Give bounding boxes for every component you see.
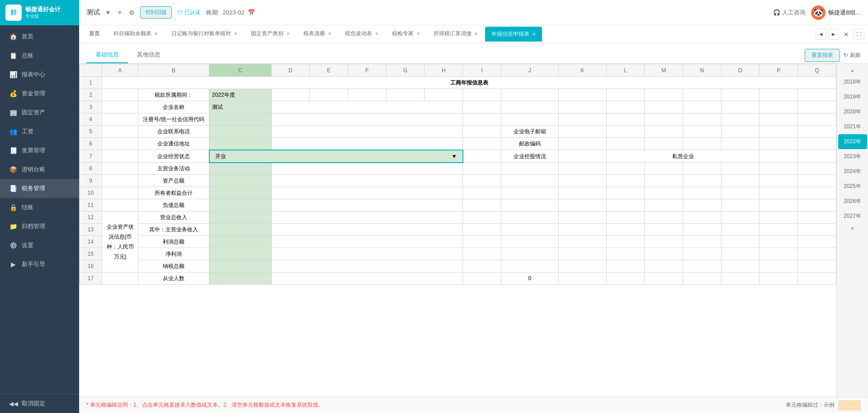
cell-15c[interactable]: [209, 248, 272, 260]
consult-button[interactable]: 🎧 人工咨询: [773, 9, 806, 17]
tab-tax-return[interactable]: 税表清册 ✕: [297, 26, 338, 42]
tab-journal-bank[interactable]: 日记账与银行对账单核对 ✕: [165, 26, 244, 42]
col-header-b[interactable]: B: [138, 64, 209, 77]
sidebar-item-fixed-assets[interactable]: 🏢 固定资产: [0, 103, 79, 122]
year-2024[interactable]: 2024年: [838, 164, 867, 179]
cell-12c[interactable]: [209, 211, 272, 224]
cell-6k[interactable]: [558, 138, 606, 150]
cell-10p: [760, 187, 798, 199]
year-2023[interactable]: 2023年: [838, 149, 867, 164]
tab-tax-risk[interactable]: 税负波动表 ✕: [339, 26, 385, 42]
tab-prev-button[interactable]: ◀: [816, 29, 826, 40]
add-tab-button[interactable]: ＋: [116, 8, 123, 17]
col-header-d[interactable]: D: [271, 64, 310, 77]
col-header-l[interactable]: L: [606, 64, 645, 77]
cell-6c[interactable]: [209, 138, 272, 150]
year-2026[interactable]: 2026年: [838, 194, 867, 209]
tab-fixed-asset-type[interactable]: 固定资产类别 ✕: [245, 26, 296, 42]
sidebar-item-payroll[interactable]: 👥 工资: [0, 122, 79, 141]
cell-9c[interactable]: [209, 175, 272, 187]
close-tab-income-tax[interactable]: ✕: [474, 31, 478, 36]
close-tab-journal-bank[interactable]: ✕: [234, 31, 237, 36]
sidebar-item-funds[interactable]: 💰 资金管理: [0, 84, 79, 103]
sidebar-item-reports[interactable]: 📊 报表中心: [0, 65, 79, 84]
refresh-icon: ↻: [844, 52, 848, 58]
row-num-5: 5: [80, 126, 102, 138]
year-2027[interactable]: 2027年: [838, 209, 867, 224]
sidebar-item-invoices[interactable]: 🧾 发票管理: [0, 141, 79, 160]
year-2021[interactable]: 2021年: [838, 119, 867, 134]
sidebar-item-tax[interactable]: 📑 税务管理: [0, 179, 79, 198]
avatar: 🐼: [811, 5, 826, 20]
sidebar-item-settings[interactable]: ⚙️ 设置: [0, 236, 79, 255]
close-tab-tax-risk[interactable]: ✕: [375, 31, 378, 36]
cell-11c[interactable]: [209, 199, 272, 211]
year-2019[interactable]: 2019年: [838, 89, 867, 104]
tab-next-button[interactable]: ▶: [828, 29, 839, 40]
reset-report-button[interactable]: 重置报表: [805, 49, 840, 62]
sidebar-item-ledger[interactable]: 📋 总账: [0, 46, 79, 65]
col-header-q[interactable]: Q: [798, 64, 836, 77]
col-header-g[interactable]: G: [386, 64, 425, 77]
cell-3c[interactable]: 测试: [209, 101, 272, 113]
year-2020[interactable]: 2020年: [838, 104, 867, 119]
cell-14c[interactable]: [209, 236, 272, 248]
expand-button[interactable]: ⛶: [854, 29, 864, 40]
col-header-c[interactable]: C: [209, 64, 272, 77]
refresh-button[interactable]: ↻ 刷新: [844, 52, 861, 59]
cell-16c[interactable]: [209, 260, 272, 272]
col-header-o[interactable]: O: [721, 64, 760, 77]
col-header-n[interactable]: N: [683, 64, 722, 77]
sidebar-item-archive[interactable]: 📁 归档管理: [0, 217, 79, 236]
year-2022[interactable]: 2022年: [838, 134, 867, 149]
cell-10c[interactable]: [209, 187, 272, 199]
tab-annual-report[interactable]: 年报信息申报表 ✕: [485, 27, 542, 42]
sidebar-item-home[interactable]: 🏠 首页: [0, 27, 79, 46]
cell-8o: [721, 163, 760, 175]
close-tab-annual-report[interactable]: ✕: [532, 32, 536, 37]
cell-2j: [501, 89, 558, 101]
col-header-k[interactable]: K: [558, 64, 606, 77]
col-header-i[interactable]: I: [463, 64, 501, 77]
sidebar-item-closing[interactable]: 🔒 结账: [0, 198, 79, 217]
year-scroll-down[interactable]: ▼: [847, 224, 858, 233]
col-header-h[interactable]: H: [425, 64, 463, 77]
cancel-fix-button[interactable]: ◀◀ 取消固定: [0, 394, 79, 413]
cell-8c[interactable]: [209, 163, 272, 175]
close-tab-fixed-asset-type[interactable]: ✕: [286, 31, 290, 36]
spreadsheet-container[interactable]: A B C D E F G H I J K L M: [79, 64, 836, 397]
sidebar-item-guide[interactable]: ▶ 新手引导: [0, 255, 79, 274]
dropdown-arrow[interactable]: ▼: [452, 151, 457, 161]
cell-7c-dropdown[interactable]: 开业 ▼: [209, 150, 463, 163]
user-menu[interactable]: 🐼 畅捷通B组...: [811, 5, 861, 20]
close-tab-aux-balance[interactable]: ✕: [154, 31, 158, 36]
col-header-j[interactable]: J: [501, 64, 558, 77]
cell-17c[interactable]: [209, 272, 272, 285]
col-header-p[interactable]: P: [760, 64, 798, 77]
cell-4c[interactable]: [209, 113, 272, 126]
col-header-a[interactable]: A: [102, 64, 138, 77]
tab-aux-balance[interactable]: 科目辅助余额表 ✕: [107, 26, 164, 42]
tab-home[interactable]: 首页: [83, 26, 106, 42]
settings-icon[interactable]: ⚙: [129, 9, 135, 16]
col-header-m[interactable]: M: [645, 64, 683, 77]
close-all-tabs-button[interactable]: ✕: [841, 29, 852, 40]
year-2025[interactable]: 2025年: [838, 179, 867, 194]
close-tab-tax-expert[interactable]: ✕: [416, 31, 420, 36]
tab-income-tax[interactable]: 所得税汇算清缴 ✕: [427, 26, 484, 42]
tab-tax-expert[interactable]: 税检专家 ✕: [386, 26, 426, 42]
year-scroll-up[interactable]: ▲: [847, 66, 858, 75]
cell-2c[interactable]: 2022年度: [209, 89, 272, 101]
cell-13c[interactable]: [209, 224, 272, 236]
year-2018[interactable]: 2018年: [838, 75, 867, 89]
col-header-e[interactable]: E: [310, 64, 348, 77]
company-dropdown-icon[interactable]: ▼: [105, 9, 111, 16]
sub-tab-other[interactable]: 其他信息: [128, 47, 170, 63]
sub-tab-basic[interactable]: 基础信息: [86, 47, 128, 63]
sidebar-item-inventory[interactable]: 📦 进销台账: [0, 160, 79, 179]
old-version-button[interactable]: 切到旧版: [140, 6, 172, 19]
col-header-f[interactable]: F: [348, 64, 387, 77]
cell-5c[interactable]: [209, 126, 272, 138]
cell-5k[interactable]: [558, 126, 606, 138]
close-tab-tax-return[interactable]: ✕: [328, 31, 331, 36]
